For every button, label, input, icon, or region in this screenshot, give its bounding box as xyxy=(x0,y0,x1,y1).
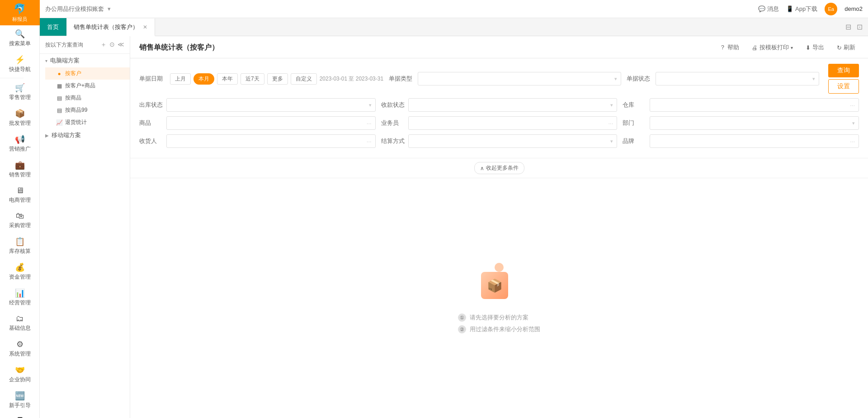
scheme-group-desktop[interactable]: ▾ 电脑端方案 xyxy=(40,54,130,67)
scheme-by-customer[interactable]: ● 按客户 xyxy=(45,67,130,80)
date-btn-this-year[interactable]: 本年 xyxy=(217,73,238,85)
dropdown-arrow-icon[interactable]: ▾ xyxy=(108,5,111,12)
sidebar-item-label: 销售管理 xyxy=(9,171,31,179)
sidebar-item-system[interactable]: ⚙ 系统管理 xyxy=(0,336,39,361)
app-download-action[interactable]: 📱 App下载 xyxy=(786,5,817,13)
sidebar-item-ecommerce[interactable]: 🖥 电商管理 xyxy=(0,182,39,208)
query-button[interactable]: 查询 xyxy=(828,64,859,77)
sidebar-item-app-center[interactable]: 📱 应用中心 xyxy=(0,413,39,418)
tab-close-icon[interactable]: ✕ xyxy=(143,24,147,30)
settings-button[interactable]: 设置 xyxy=(828,79,859,94)
status-select[interactable]: ▾ xyxy=(656,72,819,86)
sidebar-item-label: 企业协同 xyxy=(9,376,31,384)
warehouse-input[interactable]: ··· xyxy=(650,98,859,112)
salesperson-input[interactable]: ··· xyxy=(408,116,618,130)
operations-icon: 📊 xyxy=(15,288,25,298)
sidebar-item-marketing[interactable]: 📢 营销推广 xyxy=(0,131,39,157)
tab-report[interactable]: 销售单统计表（按客户） ✕ xyxy=(66,19,155,36)
sidebar-item-label: 零售管理 xyxy=(9,94,31,101)
sidebar-item-retail[interactable]: 🛒 零售管理 xyxy=(0,79,39,105)
right-panel: 销售单统计表（按客户） ？ 帮助 🖨 按模板打印 ▾ ⬇ xyxy=(130,36,868,418)
message-action[interactable]: 💬 消息 xyxy=(758,5,779,13)
export-btn[interactable]: ⬇ 导出 xyxy=(802,42,828,53)
sidebar-item-basic-info[interactable]: 🗂 基础信息 xyxy=(0,310,39,336)
sidebar-item-quick-nav[interactable]: ⚡ 快捷导航 xyxy=(0,51,39,77)
tab-home[interactable]: 首页 xyxy=(40,18,66,36)
payment-status-label: 收款状态 xyxy=(381,101,405,109)
scheme-by-goods-99[interactable]: ▤ 按商品99 xyxy=(45,104,130,116)
filter-payment-status: 收款状态 ▾ xyxy=(381,98,618,112)
sidebar-item-finance[interactable]: 💰 资金管理 xyxy=(0,259,39,285)
receiver-input[interactable]: ··· xyxy=(166,134,376,148)
refresh-icon: ↻ xyxy=(837,44,842,51)
sidebar-item-wholesale[interactable]: 📦 批发管理 xyxy=(0,105,39,131)
payment-status-select[interactable]: ▾ xyxy=(408,98,618,112)
tab-minimize-btn[interactable]: ⊟ xyxy=(844,23,853,31)
app-download-icon: 📱 xyxy=(786,5,793,12)
out-status-label: 出库状态 xyxy=(139,101,163,109)
warehouse-dots-icon: ··· xyxy=(850,102,855,109)
customer-icon: ● xyxy=(56,71,62,77)
message-label: 消息 xyxy=(767,5,779,13)
date-btn-more[interactable]: 更多 xyxy=(267,73,288,85)
sidebar-item-operations[interactable]: 📊 经营管理 xyxy=(0,285,39,310)
warehouse-label: 仓库 xyxy=(623,101,646,109)
avatar[interactable]: Ea xyxy=(825,3,837,15)
help-btn[interactable]: ？ 帮助 xyxy=(716,42,743,53)
page-header: 销售单统计表（按客户） ？ 帮助 🖨 按模板打印 ▾ ⬇ xyxy=(130,36,868,58)
filter-settlement: 结算方式 ▾ xyxy=(381,134,618,148)
scheme-by-customer-goods-label: 按客户+商品 xyxy=(65,82,95,90)
type-select[interactable]: ▾ xyxy=(418,72,621,86)
out-status-select[interactable]: ▾ xyxy=(166,98,376,112)
sidebar-item-label: 新手引导 xyxy=(9,402,31,409)
scheme-group-mobile[interactable]: ▶ 移动端方案 xyxy=(40,128,130,142)
add-scheme-icon[interactable]: ＋ xyxy=(100,41,107,49)
date-btn-this-month[interactable]: 本月 xyxy=(193,73,214,85)
brand-input[interactable]: ··· xyxy=(650,134,859,148)
topbar-actions: 💬 消息 📱 App下载 Ea demo2 xyxy=(758,3,863,15)
department-arrow-icon: ▾ xyxy=(852,120,855,126)
scheme-by-goods[interactable]: ▤ 按商品 xyxy=(45,92,130,104)
type-cell: 单据类型 ▾ xyxy=(389,72,621,86)
scheme-by-customer-goods[interactable]: ▦ 按客户+商品 xyxy=(45,80,130,92)
goods-input[interactable]: ··· xyxy=(166,116,376,130)
filter-row-4: 收货人 ··· 结算方式 ▾ 品牌 xyxy=(139,134,859,148)
settlement-label: 结算方式 xyxy=(381,137,405,145)
refresh-btn[interactable]: ↻ 刷新 xyxy=(833,42,859,53)
sidebar-item-guide[interactable]: 🆕 新手引导 xyxy=(0,387,39,413)
status-label: 单据状态 xyxy=(627,75,652,83)
goods99-icon: ▤ xyxy=(56,107,62,114)
sidebar-item-inventory[interactable]: 📋 库存核算 xyxy=(0,233,39,259)
tabbar-spacer xyxy=(155,18,844,36)
collapse-button[interactable]: ∧ 收起更多条件 xyxy=(474,162,524,174)
sidebar-item-enterprise[interactable]: 🤝 企业协同 xyxy=(0,361,39,387)
search-icon: 🔍 xyxy=(15,29,25,39)
print-btn[interactable]: 🖨 按模板打印 ▾ xyxy=(748,42,797,53)
collapse-panel-icon[interactable]: ≪ xyxy=(118,41,124,49)
logo-subtitle: 标报员 xyxy=(12,16,27,23)
sidebar-item-label: 电商管理 xyxy=(9,196,31,204)
sidebar-item-label: 资金管理 xyxy=(9,273,31,281)
refresh-label: 刷新 xyxy=(844,43,855,52)
sidebar-item-sales[interactable]: 💼 销售管理 xyxy=(0,157,39,182)
date-btn-last-7[interactable]: 近7天 xyxy=(241,73,264,85)
date-btn-custom[interactable]: 自定义 xyxy=(291,73,317,85)
sidebar-item-label: 经营管理 xyxy=(9,299,31,307)
receiver-label: 收货人 xyxy=(139,137,163,145)
export-icon: ⬇ xyxy=(806,44,811,51)
hint-text-2: 用过滤条件来缩小分析范围 xyxy=(470,325,540,333)
tab-maximize-btn[interactable]: ⊡ xyxy=(855,23,864,31)
filter-receiver: 收货人 ··· xyxy=(139,134,376,148)
filter-salesperson: 业务员 ··· xyxy=(381,116,618,130)
empty-illustration: 📦 xyxy=(472,263,526,308)
sidebar-item-search[interactable]: 🔍 搜索菜单 xyxy=(0,25,39,51)
settlement-select[interactable]: ▾ xyxy=(408,134,618,148)
department-select[interactable]: ▾ xyxy=(650,116,859,130)
chart-icon: ▦ xyxy=(56,83,62,89)
scheme-return-stats[interactable]: 📈 退货统计 xyxy=(45,116,130,128)
brand-label: 品牌 xyxy=(623,137,646,145)
sidebar-item-purchase[interactable]: 🛍 采购管理 xyxy=(0,208,39,233)
date-btn-last-month[interactable]: 上月 xyxy=(170,73,191,85)
left-panel-title: 按以下方案查询 xyxy=(45,41,83,49)
settings-scheme-icon[interactable]: ⊙ xyxy=(109,41,115,49)
